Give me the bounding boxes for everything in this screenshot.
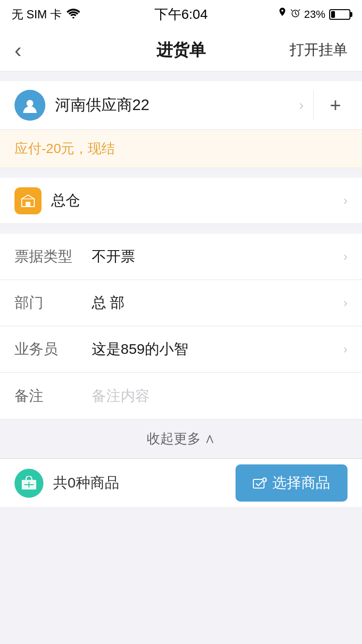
salesperson-label: 业务员 [14, 339, 92, 359]
open-pending-button[interactable]: 打开挂单 [290, 40, 348, 60]
product-count: 共0种商品 [53, 473, 236, 493]
page-background [0, 507, 362, 644]
page-title: 进货单 [156, 39, 206, 61]
salesperson-row[interactable]: 业务员 这是859的小智 › [0, 326, 362, 373]
notice-text: 应付-20元，现结 [14, 141, 115, 156]
remark-row[interactable]: 备注 备注内容 [0, 373, 362, 419]
supplier-chevron-icon: › [299, 98, 304, 113]
warehouse-row[interactable]: 总仓 › [0, 178, 362, 224]
warehouse-icon-wrap [14, 187, 42, 214]
department-row[interactable]: 部门 总 部 › [0, 280, 362, 326]
invoice-type-row[interactable]: 票据类型 不开票 › [0, 234, 362, 280]
supplier-avatar [14, 90, 45, 121]
status-time: 下午6:04 [154, 5, 208, 24]
bottom-bar: 共0种商品 选择商品 [0, 459, 362, 507]
section-gap-3 [0, 224, 362, 234]
alarm-icon [291, 8, 300, 21]
status-bar: 无 SIM 卡 下午6:04 23% [0, 0, 362, 29]
supplier-section[interactable]: 河南供应商22 › + [0, 81, 362, 130]
supplier-name: 河南供应商22 [55, 95, 299, 116]
salesperson-value: 这是859的小智 [92, 339, 343, 359]
wifi-icon [67, 8, 80, 21]
department-value: 总 部 [92, 293, 343, 313]
select-product-label: 选择商品 [272, 473, 330, 493]
battery-percent: 23% [304, 8, 325, 21]
invoice-value: 不开票 [92, 247, 343, 266]
product-icon-wrap [14, 469, 43, 498]
remark-placeholder[interactable]: 备注内容 [92, 386, 348, 406]
svg-point-0 [72, 17, 74, 18]
invoice-chevron-icon: › [343, 249, 348, 264]
department-label: 部门 [14, 293, 92, 313]
status-left: 无 SIM 卡 [12, 7, 80, 22]
notice-banner: 应付-20元，现结 [0, 130, 362, 168]
warehouse-chevron-icon: › [343, 193, 348, 208]
location-icon [278, 8, 287, 21]
add-supplier-button[interactable]: + [323, 95, 348, 116]
battery-icon [329, 9, 350, 20]
collapse-button[interactable]: 收起更多 ∧ [0, 420, 362, 458]
nav-bar: ‹ 进货单 打开挂单 [0, 29, 362, 71]
back-button[interactable]: ‹ [14, 38, 43, 62]
select-product-button[interactable]: 选择商品 [236, 464, 348, 502]
section-gap-2 [0, 168, 362, 178]
remark-label: 备注 [14, 386, 92, 406]
svg-point-2 [27, 100, 33, 107]
sim-label: 无 SIM 卡 [12, 7, 62, 22]
supplier-row[interactable]: 河南供应商22 › [14, 81, 304, 129]
section-gap-1 [0, 71, 362, 81]
vertical-divider [313, 91, 314, 120]
salesperson-chevron-icon: › [343, 342, 348, 357]
collapse-label: 收起更多 ∧ [147, 430, 216, 448]
warehouse-name: 总仓 [51, 191, 343, 210]
department-chevron-icon: › [343, 295, 348, 310]
invoice-label: 票据类型 [14, 247, 92, 266]
svg-rect-3 [26, 202, 30, 207]
form-section: 票据类型 不开票 › 部门 总 部 › 业务员 这是859的小智 › 备注 备注… [0, 234, 362, 419]
status-right: 23% [278, 8, 350, 21]
